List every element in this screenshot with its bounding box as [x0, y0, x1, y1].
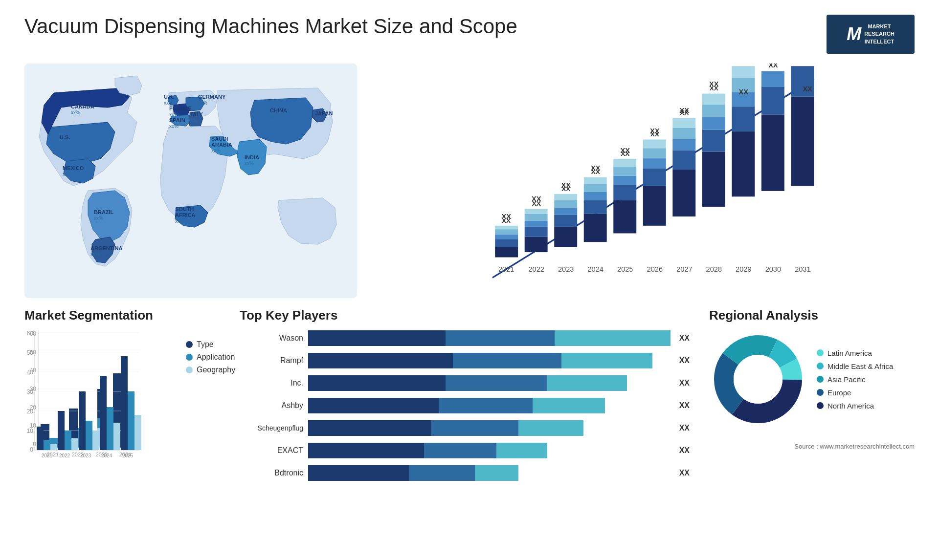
svg-text:xx%: xx%	[71, 110, 80, 115]
svg-text:30: 30	[27, 388, 34, 395]
svg-text:60: 60	[27, 330, 34, 337]
svg-rect-145	[65, 431, 71, 450]
player-wason: Wason XX	[240, 330, 690, 346]
asia-pacific-label: Asia Pacific	[827, 375, 866, 384]
legend-type: Type	[186, 340, 235, 349]
application-color	[186, 354, 193, 361]
svg-text:AFRICA: AFRICA	[175, 212, 196, 218]
svg-rect-148	[79, 391, 86, 450]
svg-rect-154	[113, 423, 120, 450]
type-color	[186, 341, 193, 348]
map-svg: CANADA xx% U.S. xx% MEXICO xx% BRAZIL xx…	[24, 64, 357, 298]
svg-text:XX: XX	[561, 181, 571, 189]
player-bar-wason	[308, 330, 671, 346]
italy-label: ITALY	[188, 111, 203, 117]
svg-text:XX: XX	[739, 88, 749, 96]
svg-rect-55	[643, 186, 666, 225]
svg-text:2023: 2023	[80, 453, 91, 458]
svg-rect-42	[584, 200, 607, 214]
player-name-ashby: Ashby	[240, 401, 303, 410]
svg-rect-48	[613, 200, 636, 234]
svg-rect-35	[554, 215, 577, 227]
latin-america-color	[817, 349, 824, 356]
legend-north-america: North America	[817, 402, 893, 410]
svg-text:2031: 2031	[795, 265, 810, 273]
bar-seg1	[308, 398, 439, 413]
logo-text-line2: RESEARCH	[864, 30, 894, 38]
bar-seg3	[547, 375, 627, 391]
svg-rect-157	[128, 391, 134, 450]
bar-seg2	[453, 353, 561, 368]
svg-rect-57	[643, 158, 666, 169]
legend-latin-america: Latin America	[817, 349, 893, 357]
svg-rect-64	[672, 139, 695, 150]
svg-rect-36	[554, 208, 577, 215]
key-players-section: Top Key Players Wason XX Rampf	[240, 308, 690, 513]
svg-rect-56	[643, 169, 666, 186]
svg-text:XX: XX	[803, 85, 812, 93]
svg-rect-80	[732, 66, 755, 78]
svg-text:xx%: xx%	[188, 118, 198, 123]
france-label: FRANCE	[169, 106, 192, 111]
logo-text-line1: MARKET	[864, 23, 894, 30]
svg-text:0: 0	[30, 446, 33, 453]
player-name-rampf: Rampf	[240, 356, 303, 365]
bar-seg3	[475, 465, 518, 481]
type-label: Type	[197, 340, 214, 349]
mexico-label: MEXICO	[63, 165, 84, 171]
canada-label: CANADA	[71, 104, 94, 109]
svg-text:2025: 2025	[617, 265, 633, 273]
application-label: Application	[197, 353, 235, 362]
svg-text:XX: XX	[709, 80, 719, 88]
svg-rect-38	[554, 194, 577, 200]
svg-rect-149	[86, 421, 92, 450]
svg-rect-24	[495, 226, 518, 229]
svg-text:XX: XX	[768, 64, 778, 69]
svg-rect-72	[702, 104, 725, 117]
svg-rect-83	[761, 114, 784, 191]
svg-rect-20	[495, 247, 518, 258]
player-bar-exact	[308, 443, 671, 458]
middle-east-color	[817, 363, 824, 369]
svg-text:2022: 2022	[528, 265, 544, 273]
svg-text:xx%: xx%	[169, 112, 179, 117]
svg-text:50: 50	[27, 349, 34, 356]
svg-text:xx%: xx%	[175, 218, 184, 224]
north-america-color	[817, 402, 824, 409]
svg-text:xx%: xx%	[198, 100, 207, 106]
header: Vacuum Dispensing Machines Market Size a…	[24, 15, 915, 54]
svg-text:2029: 2029	[736, 265, 751, 273]
svg-text:xx%: xx%	[245, 161, 254, 166]
svg-rect-158	[134, 415, 141, 450]
player-name-scheugenpflug: Scheugenpflug	[240, 424, 303, 432]
svg-rect-69	[702, 152, 725, 207]
svg-text:2024: 2024	[588, 265, 604, 273]
segmentation-title: Market Segmentation	[24, 308, 220, 323]
svg-rect-21	[495, 239, 518, 247]
latin-america-label: Latin America	[827, 349, 872, 357]
donut-svg	[709, 330, 807, 428]
player-value-ashby: XX	[679, 401, 690, 410]
legend-asia-pacific: Asia Pacific	[817, 375, 893, 384]
player-bdtronic: Bdtronic XX	[240, 465, 690, 481]
svg-text:2021: 2021	[498, 265, 514, 273]
bar-seg3	[555, 330, 671, 346]
logo-m: M	[847, 24, 861, 44]
bar-seg3	[533, 398, 605, 413]
svg-rect-23	[495, 229, 518, 234]
regional-title: Regional Analysis	[709, 308, 915, 323]
bar-seg2	[409, 465, 474, 481]
europe-label: Europe	[827, 388, 851, 397]
svg-rect-41	[584, 214, 607, 242]
svg-text:2023: 2023	[558, 265, 574, 273]
svg-text:XX: XX	[798, 64, 807, 65]
player-bar-ashby	[308, 398, 671, 413]
bar-seg1	[308, 465, 409, 481]
svg-text:XX: XX	[532, 195, 541, 203]
bar-seg1	[308, 420, 431, 436]
svg-rect-22	[495, 235, 518, 239]
uk-label: U.K.	[164, 94, 175, 100]
svg-text:2025: 2025	[122, 453, 134, 458]
logo: M MARKET RESEARCH INTELLECT	[827, 15, 915, 54]
svg-text:XX: XX	[591, 164, 601, 172]
